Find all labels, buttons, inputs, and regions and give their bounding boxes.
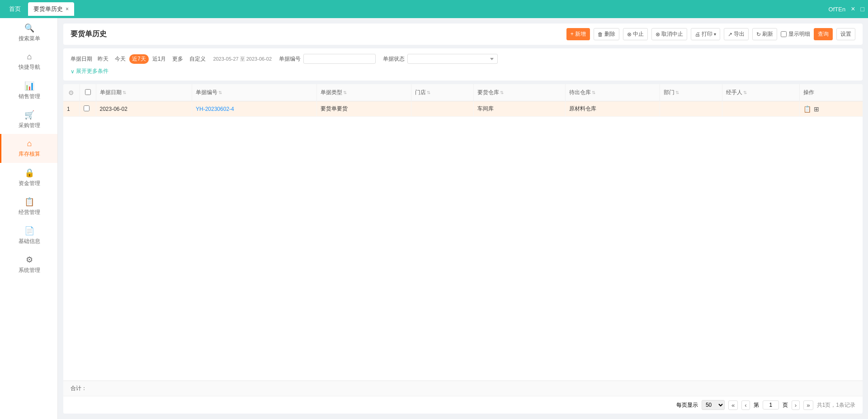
new-button[interactable]: + 新增 [566,28,590,40]
last-page-button[interactable]: » [803,400,813,410]
per-page-select[interactable]: 50 10 20 100 [702,400,725,410]
search-menu-icon: 🔍 [24,23,34,33]
basic-info-icon: 📄 [24,226,34,236]
sidebar-item-basic-info[interactable]: 📄 基础信息 [0,221,57,250]
summary-label: 合计： [71,385,87,391]
export-button[interactable]: ↗ 导出 [724,28,749,40]
col-settings: ⚙ [63,84,80,101]
settings-button[interactable]: 设置 [836,28,855,40]
main-layout: 🔍 搜索菜单 ⌂ 快捷导航 📊 销售管理 🛒 采购管理 ⌂ 库存核算 🔒 资金管… [0,18,868,419]
pending-sort-icon[interactable]: ⇅ [592,90,595,95]
print-button[interactable]: 🖨 打印 ▾ [691,28,720,40]
date-btn-7days[interactable]: 近7天 [129,54,149,64]
query-button[interactable]: 查询 [814,28,833,40]
operations-icon: 📋 [24,197,34,207]
print-label: 打印 [702,30,712,38]
doc-number-link[interactable]: YH-20230602-4 [196,106,234,112]
print-icon: 🖨 [695,31,700,38]
status-filter: 单据状态 [383,54,498,64]
row-checkbox [80,101,96,117]
date-filter: 单据日期 昨天 今天 近7天 近1月 更多 自定义 2023-05-27 至 2… [71,54,272,64]
pagination: 每页显示 50 10 20 100 « ‹ 第 页 › » 共1页，1条记录 [63,396,863,414]
action-icons: 📋 ⊞ [803,105,859,113]
sidebar-item-quick-nav-label: 快捷导航 [19,63,40,71]
date-btn-today[interactable]: 今天 [112,54,128,64]
number-sort-icon[interactable]: ⇅ [218,90,222,95]
stop-icon: ⊗ [627,31,632,38]
sidebar-item-basic-info-label: 基础信息 [19,238,40,245]
refresh-button[interactable]: ↻ 刷新 [752,28,777,40]
handler-sort-icon[interactable]: ⇅ [743,90,747,95]
date-filter-label: 单据日期 [71,55,92,63]
row-select-checkbox[interactable] [84,105,90,111]
print-dropdown-icon: ▾ [714,32,716,37]
first-page-button[interactable]: « [728,400,738,410]
doc-number-input[interactable] [303,54,376,64]
sidebar-item-finance[interactable]: 🔒 资金管理 [0,163,57,192]
req-warehouse-sort-icon[interactable]: ⇅ [500,90,504,95]
row-actions: 📋 ⊞ [799,101,863,117]
select-all-checkbox[interactable] [85,89,91,95]
date-sort-icon[interactable]: ⇅ [123,90,126,95]
sidebar-item-operations-label: 经营管理 [19,209,40,216]
type-sort-icon[interactable]: ⇅ [343,90,347,95]
chevron-down-icon: ∨ [71,68,75,75]
page-number-input[interactable] [763,400,779,409]
export-label: 导出 [734,30,745,38]
edit-action-icon[interactable]: 📋 [803,105,811,113]
sidebar-item-system-label: 系统管理 [19,267,40,274]
col-store: 门店⇅ [411,84,473,101]
tab-requisition-history[interactable]: 要货单历史 × [28,2,74,16]
tab-home[interactable]: 首页 [4,2,26,16]
sidebar-item-purchase-mgmt[interactable]: 🛒 采购管理 [0,105,57,134]
show-details-checkbox-label[interactable]: 显示明细 [781,30,810,38]
sidebar-item-purchase-label: 采购管理 [19,122,40,129]
finance-icon: 🔒 [24,168,34,178]
dept-sort-icon[interactable]: ⇅ [675,90,679,95]
purchase-icon: 🛒 [24,110,34,120]
prev-page-button[interactable]: ‹ [741,400,750,410]
stop-button[interactable]: ⊗ 中止 [623,28,648,40]
row-department [660,101,722,117]
sidebar-item-search-menu[interactable]: 🔍 搜索菜单 [0,18,57,47]
date-range-text: 2023-05-27 至 2023-06-02 [213,56,272,62]
date-btn-1month[interactable]: 近1月 [150,54,169,64]
sidebar: 🔍 搜索菜单 ⌂ 快捷导航 📊 销售管理 🛒 采购管理 ⌂ 库存核算 🔒 资金管… [0,18,58,419]
date-btn-more[interactable]: 更多 [170,54,186,64]
window-maximize-icon[interactable]: □ [861,5,864,13]
refresh-icon: ↻ [756,31,761,38]
column-settings-icon[interactable]: ⚙ [68,89,74,96]
often-label: OfTEn [829,6,846,13]
window-close-icon[interactable]: × [851,5,855,13]
sidebar-item-finance-label: 资金管理 [19,180,40,187]
next-page-button[interactable]: › [792,400,800,410]
sidebar-item-system-mgmt[interactable]: ⚙ 系统管理 [0,250,57,279]
row-number: YH-20230602-4 [192,101,317,117]
store-sort-icon[interactable]: ⇅ [427,90,430,95]
date-btn-custom[interactable]: 自定义 [187,54,208,64]
page-title: 要货单历史 [71,29,107,39]
cancel-stop-button[interactable]: ⊗ 取消中止 [651,28,687,40]
show-details-checkbox[interactable] [781,31,787,37]
sidebar-item-search-menu-label: 搜索菜单 [19,35,40,43]
sidebar-item-sales-mgmt[interactable]: 📊 销售管理 [0,76,57,105]
sidebar-item-operations[interactable]: 📋 经营管理 [0,192,57,221]
col-req-warehouse: 要货仓库⇅ [473,84,565,101]
doc-number-filter: 单据编号 [279,54,376,64]
close-tab-icon[interactable]: × [66,6,69,12]
table-header-row: ⚙ 单据日期⇅ 单据编号⇅ 单 [63,84,863,101]
status-select[interactable] [407,54,498,64]
doc-number-label: 单据编号 [279,55,301,63]
row-pending-warehouse: 原材料仓库 [566,101,660,117]
date-btn-yesterday[interactable]: 昨天 [95,54,111,64]
status-label: 单据状态 [383,55,405,63]
expand-more-button[interactable]: ∨ 展开更多条件 [71,67,855,75]
delete-icon: 🗑 [598,31,603,38]
sidebar-item-inventory[interactable]: ⌂ 库存核算 [0,134,57,163]
sidebar-item-quick-nav[interactable]: ⌂ 快捷导航 [0,47,57,76]
delete-button[interactable]: 🗑 删除 [594,28,619,40]
expand-more-label: 展开更多条件 [76,67,108,75]
export-icon: ↗ [728,31,732,38]
delete-action-icon[interactable]: ⊞ [814,105,819,113]
sidebar-item-sales-label: 销售管理 [19,93,40,100]
